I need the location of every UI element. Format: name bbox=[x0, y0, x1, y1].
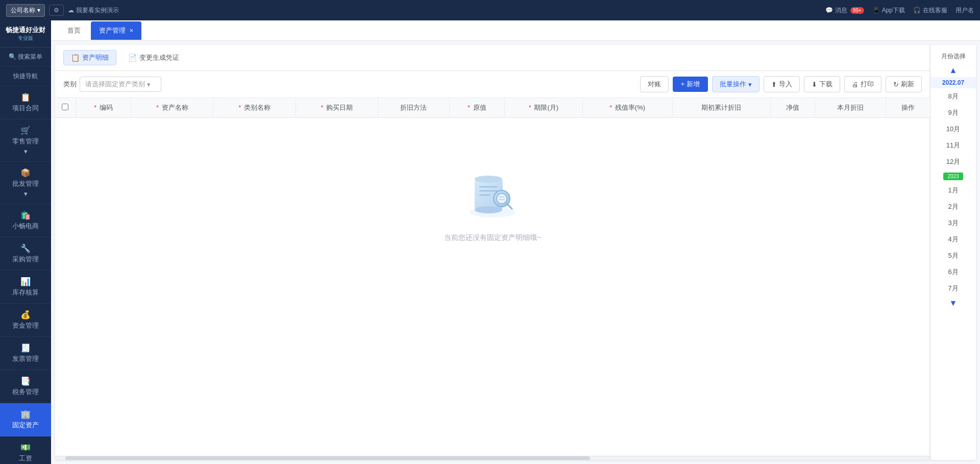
assets-table: * 编码 * 资产名称 * 类别名称 bbox=[55, 98, 930, 288]
category-filter: 类别 请选择固定资产类别 ▾ bbox=[63, 77, 161, 92]
year-2023-badge: 2023 bbox=[943, 173, 963, 180]
sidebar-item-search[interactable]: 🔍 搜索菜单 bbox=[0, 47, 51, 67]
import-button[interactable]: ⬆ 导入 bbox=[764, 76, 800, 92]
online-service-button[interactable]: 🎧 在线客服 bbox=[913, 6, 947, 15]
month-item-2[interactable]: 2月 bbox=[930, 199, 976, 215]
th-name: * 资产名称 bbox=[131, 98, 213, 118]
th-residual-rate: * 残值率(%) bbox=[582, 98, 672, 118]
download-button[interactable]: ⬇ 下载 bbox=[804, 76, 840, 92]
th-category: * 类别名称 bbox=[213, 98, 296, 118]
tab-close-icon[interactable]: × bbox=[130, 27, 133, 34]
sub-tabs: 📋 资产明细 📄 变更生成凭证 bbox=[55, 45, 930, 71]
fixed-assets-icon: 🏢 bbox=[20, 409, 31, 419]
message-badge: 99+ bbox=[850, 7, 864, 14]
svg-point-2 bbox=[475, 176, 502, 183]
company-name: 公司名称 bbox=[11, 6, 35, 15]
print-icon: 🖨 bbox=[852, 81, 859, 88]
download-icon: ⬇ bbox=[812, 81, 817, 88]
select-all-checkbox[interactable] bbox=[62, 104, 68, 110]
wholesale-arrow: ▾ bbox=[24, 190, 28, 198]
th-code: * 编码 bbox=[76, 98, 131, 118]
th-original-value: * 原值 bbox=[449, 98, 505, 118]
page-content: 📋 资产明细 📄 变更生成凭证 类别 请选择固定资产类别 ▾ bbox=[51, 41, 980, 464]
category-label: 类别 bbox=[63, 80, 77, 89]
month-item-3[interactable]: 3月 bbox=[930, 215, 976, 231]
month-item-4[interactable]: 4月 bbox=[930, 231, 976, 248]
company-selector[interactable]: 公司名称 ▾ bbox=[6, 4, 45, 17]
category-select[interactable]: 请选择固定资产类别 ▾ bbox=[80, 77, 161, 92]
project-icon: 📋 bbox=[20, 92, 31, 102]
sidebar-item-purchase[interactable]: 🔧 采购管理 bbox=[0, 237, 51, 271]
tax-icon: 📑 bbox=[20, 376, 31, 386]
tab-home[interactable]: 首页 bbox=[59, 21, 89, 40]
th-purchase-date: * 购买日期 bbox=[296, 98, 378, 118]
refresh-icon: ↻ bbox=[893, 81, 899, 88]
invoice-icon: 🧾 bbox=[20, 343, 31, 353]
tab-assets[interactable]: 资产管理 × bbox=[91, 21, 141, 40]
month-item-8[interactable]: 8月 bbox=[930, 88, 976, 105]
month-down-nav[interactable]: ▼ bbox=[947, 297, 960, 310]
headset-icon: 🎧 bbox=[913, 7, 921, 14]
sidebar-item-salary[interactable]: 💵 工资 bbox=[0, 436, 51, 464]
th-depreciation-method: 折旧方法 bbox=[378, 98, 449, 118]
sidebar-item-quick-nav[interactable]: 快捷导航 bbox=[0, 67, 51, 86]
user-info[interactable]: 用户名 bbox=[955, 6, 974, 15]
sub-tab-detail[interactable]: 📋 资产明细 bbox=[63, 50, 116, 65]
svg-point-8 bbox=[497, 193, 507, 204]
add-button[interactable]: + 新增 bbox=[673, 77, 708, 92]
main-layout: 畅捷通好业财 专业版 🔍 搜索菜单 快捷导航 📋 项目合同 🛒 零售管理 ▾ 📦… bbox=[0, 20, 980, 464]
empty-illustration bbox=[462, 164, 523, 225]
month-item-11[interactable]: 11月 bbox=[930, 137, 976, 154]
toolbar: 类别 请选择固定资产类别 ▾ 对账 + 新增 bbox=[55, 71, 930, 98]
wholesale-icon: 📦 bbox=[20, 168, 31, 178]
month-item-7[interactable]: 7月 bbox=[930, 280, 976, 297]
sidebar-item-project[interactable]: 📋 项目合同 bbox=[0, 86, 51, 119]
sidebar-item-fixed-assets[interactable]: 🏢 固定资产 bbox=[0, 403, 51, 436]
month-item-1[interactable]: 1月 bbox=[930, 182, 976, 199]
month-item-5[interactable]: 5月 bbox=[930, 248, 976, 264]
month-item-6[interactable]: 6月 bbox=[930, 264, 976, 280]
detail-tab-label: 资产明细 bbox=[82, 53, 109, 62]
month-year-display[interactable]: 2022.07 bbox=[930, 77, 976, 88]
message-button[interactable]: 💬 消息 99+ bbox=[825, 6, 864, 15]
brand-subtitle: 专业版 bbox=[4, 35, 47, 42]
reconcile-button[interactable]: 对账 bbox=[640, 76, 669, 92]
sidebar-item-tax[interactable]: 📑 税务管理 bbox=[0, 370, 51, 403]
main-panel: 📋 资产明细 📄 变更生成凭证 类别 请选择固定资产类别 ▾ bbox=[55, 45, 930, 460]
sidebar-item-ecommerce[interactable]: 🛍️ 小畅电商 bbox=[0, 204, 51, 237]
month-up-nav[interactable]: ▲ bbox=[947, 64, 960, 77]
print-button[interactable]: 🖨 打印 bbox=[844, 76, 881, 92]
sidebar-item-retail[interactable]: 🛒 零售管理 ▾ bbox=[0, 119, 51, 162]
phone-icon: 📱 bbox=[872, 7, 880, 14]
category-arrow-icon: ▾ bbox=[147, 81, 151, 88]
sidebar-item-invoice[interactable]: 🧾 发票管理 bbox=[0, 337, 51, 370]
sidebar-item-wholesale[interactable]: 📦 批发管理 ▾ bbox=[0, 162, 51, 204]
sidebar-item-finance[interactable]: 💰 资金管理 bbox=[0, 304, 51, 337]
th-operation: 操作 bbox=[886, 98, 930, 118]
svg-line-9 bbox=[507, 204, 512, 209]
bottom-scrollbar[interactable] bbox=[55, 456, 930, 460]
top-bar-right: 💬 消息 99+ 📱 App下载 🎧 在线客服 用户名 bbox=[825, 6, 974, 15]
retail-arrow: ▾ bbox=[24, 148, 28, 155]
retail-icon: 🛒 bbox=[20, 126, 31, 135]
sidebar-item-inventory[interactable]: 📊 库存核算 bbox=[0, 271, 51, 304]
refresh-button[interactable]: ↻ 刷新 bbox=[886, 76, 922, 92]
month-item-9[interactable]: 9月 bbox=[930, 105, 976, 121]
month-item-12[interactable]: 12月 bbox=[930, 154, 976, 170]
batch-button[interactable]: 批量操作 ▾ bbox=[712, 76, 760, 92]
search-icon: 🔍 bbox=[9, 53, 16, 60]
cloud-icon: ☁ bbox=[68, 7, 74, 14]
app-download-button[interactable]: 📱 App下载 bbox=[872, 6, 905, 15]
detail-tab-icon: 📋 bbox=[71, 54, 80, 62]
sub-tab-voucher[interactable]: 📄 变更生成凭证 bbox=[120, 50, 187, 65]
demo-link[interactable]: ☁ 我要看实例演示 bbox=[68, 6, 119, 15]
empty-row: 当前您还没有固定资产明细哦~ bbox=[55, 118, 930, 289]
year-2023-row: 2023 bbox=[930, 170, 976, 182]
settings-button[interactable]: ⚙ bbox=[49, 5, 64, 16]
inventory-icon: 📊 bbox=[20, 277, 31, 286]
tab-bar: 首页 资产管理 × bbox=[51, 20, 980, 41]
th-checkbox bbox=[55, 98, 76, 118]
month-item-10[interactable]: 10月 bbox=[930, 121, 976, 137]
purchase-icon: 🔧 bbox=[20, 243, 31, 253]
top-bar-left: 公司名称 ▾ ⚙ ☁ 我要看实例演示 bbox=[6, 4, 820, 17]
